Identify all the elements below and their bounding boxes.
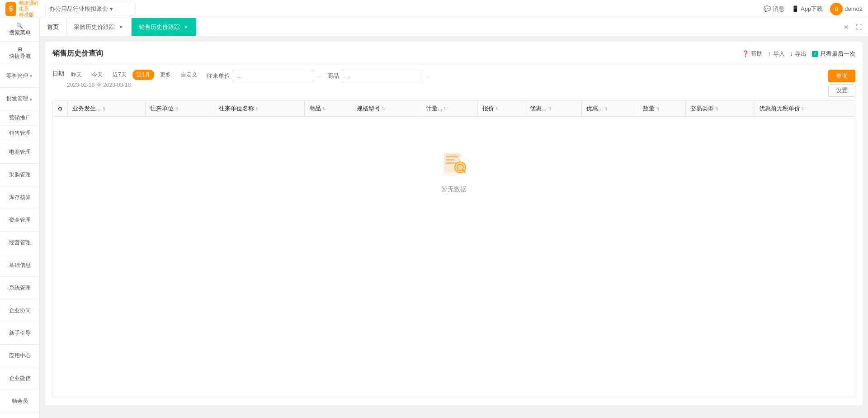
th-trade-type: 交易类型 ⇅ [685, 101, 754, 117]
tab-sales-history[interactable]: 销售历史价跟踪 ✕ [132, 18, 197, 36]
query-button[interactable]: 查询 [828, 70, 855, 82]
export-button[interactable]: ↓ 导出 [790, 50, 807, 58]
svg-rect-2 [446, 156, 458, 157]
help-button[interactable]: ❓ 帮助 [742, 50, 763, 58]
sidebar-item-retail[interactable]: 零售管理 ▼ [0, 65, 39, 88]
tab-bar: 首页 采购历史价跟踪 ✕ 销售历史价跟踪 ✕ ✕ ⛶ [40, 18, 868, 36]
date-btn-more[interactable]: 更多 [156, 70, 175, 80]
chevron-down-icon: ▼ [29, 74, 33, 79]
sidebar-item-inventory[interactable]: 库存核算 [0, 186, 39, 209]
company-dropdown[interactable]: 办公用品行业模拟账套 ▾ [45, 3, 136, 15]
sidebar-item-search[interactable]: 🔍 搜索菜单 [0, 18, 39, 42]
date-buttons: 昨天 今天 近7天 近1月 更多 自定义 [67, 70, 201, 80]
sidebar-item-appstore[interactable]: 应用中心 [0, 345, 39, 367]
goods-label: 商品 [327, 72, 339, 80]
goods-filter-group: 商品 ··· [327, 70, 431, 82]
partner-more-icon[interactable]: ··· [317, 73, 322, 80]
chevron-down-icon: ▾ [110, 5, 113, 12]
page-header-actions: ❓ 帮助 ↑ 导入 ↓ 导出 ✓ 只看最后一次 [742, 50, 855, 58]
sort-icon-partner-name[interactable]: ⇅ [255, 106, 259, 111]
sort-icon-biz-date[interactable]: ⇅ [102, 106, 106, 111]
tab-maximize-button[interactable]: ⛶ [854, 22, 864, 33]
import-button[interactable]: ↑ 导入 [768, 50, 785, 58]
date-btn-yesterday[interactable]: 昨天 [67, 70, 86, 80]
tab-close-sales[interactable]: ✕ [183, 24, 189, 30]
header-right: 💬 消息 📱 App下载 d demo2 [764, 3, 863, 15]
sidebar: 🔍 搜索菜单 ⊞ 快捷导航 零售管理 ▼ 批发管理 ▲ 营销推广 销售管理 电商… [0, 18, 40, 418]
tab-purchase-history[interactable]: 采购历史价跟踪 ✕ [66, 18, 132, 36]
th-unit: 计量... ⇅ [421, 101, 477, 117]
sort-icon-trade-type[interactable]: ⇅ [715, 106, 719, 111]
svg-rect-3 [446, 159, 455, 161]
settings-button[interactable]: 设置 [828, 84, 855, 97]
th-discount-rate: 优惠... ⇅ [525, 101, 581, 117]
sidebar-item-wechat[interactable]: 企业微信 [0, 367, 39, 390]
th-goods: 商品 ⇅ [305, 101, 352, 117]
message-icon: 💬 [764, 5, 771, 12]
sidebar-item-enterprise[interactable]: 企业协同 [0, 299, 39, 322]
partner-input[interactable] [233, 70, 314, 82]
sort-icon-pretax-price[interactable]: ⇅ [802, 106, 805, 111]
sort-icon-partner-code[interactable]: ⇅ [175, 106, 179, 111]
goods-input[interactable] [342, 70, 423, 82]
sidebar-item-purchase[interactable]: 采购管理 [0, 164, 39, 186]
th-discount-amt: 优惠... ⇅ [581, 101, 638, 117]
sort-icon-discount-amt[interactable]: ⇅ [604, 106, 608, 111]
main-layout: 🔍 搜索菜单 ⊞ 快捷导航 零售管理 ▼ 批发管理 ▲ 营销推广 销售管理 电商… [0, 18, 868, 418]
sidebar-item-finance[interactable]: 资金管理 [0, 209, 39, 232]
goods-more-icon[interactable]: ··· [426, 73, 431, 80]
date-btn-custom[interactable]: 自定义 [177, 70, 201, 80]
partner-filter-group: 往来单位 ··· [207, 70, 322, 82]
date-btn-7days[interactable]: 近7天 [108, 70, 131, 80]
sidebar-item-guide[interactable]: 新手引导 [0, 322, 39, 345]
th-partner-name: 往来单位名称 ⇅ [214, 101, 305, 117]
sidebar-item-shortcut[interactable]: ⊞ 快捷导航 [0, 42, 39, 65]
tab-close-purchase[interactable]: ✕ [118, 24, 124, 30]
tab-home[interactable]: 首页 [40, 18, 66, 36]
sidebar-item-member[interactable]: 畅会员 [0, 390, 39, 413]
logo-icon: 6 [5, 2, 16, 16]
sidebar-item-ecommerce[interactable]: 电商管理 [0, 141, 39, 164]
date-label: 日期 [52, 70, 64, 78]
th-partner-code: 往来单位 ⇅ [146, 101, 214, 117]
sort-icon-quantity[interactable]: ⇅ [656, 106, 660, 111]
sort-icon-goods[interactable]: ⇅ [322, 106, 326, 111]
avatar: d [830, 3, 843, 15]
only-last-checkbox-label[interactable]: ✓ 只看最后一次 [812, 50, 855, 58]
content-area: 首页 采购历史价跟踪 ✕ 销售历史价跟踪 ✕ ✕ ⛶ 销售历史价查询 [40, 18, 868, 418]
app-download-btn[interactable]: 📱 App下载 [792, 5, 823, 13]
th-quoted-price: 报价 ⇅ [477, 101, 525, 117]
filter-bar: 日期 昨天 今天 近7天 近1月 更多 自定义 202 [52, 70, 855, 97]
sidebar-item-marketing[interactable]: 营销推广 [0, 110, 39, 126]
column-settings-icon[interactable]: ⚙ [57, 105, 63, 112]
th-quantity: 数量 ⇅ [638, 101, 685, 117]
tab-actions: ✕ ⛶ [837, 18, 868, 36]
import-icon: ↑ [768, 50, 771, 57]
empty-state: 暂无数据 [53, 117, 855, 221]
svg-rect-4 [446, 162, 457, 164]
logo-area: 6 畅捷通好生意 标准版 [5, 0, 42, 18]
export-icon: ↓ [790, 50, 793, 57]
date-btn-1month[interactable]: 近1月 [132, 70, 155, 80]
sort-icon-discount-rate[interactable]: ⇅ [548, 106, 552, 111]
sidebar-item-system[interactable]: 系统管理 [0, 277, 39, 299]
sort-icon-spec[interactable]: ⇅ [382, 106, 385, 111]
chevron-up-icon: ▲ [29, 96, 33, 101]
sidebar-item-wholesale[interactable]: 批发管理 ▲ [0, 88, 39, 110]
sidebar-item-operation[interactable]: 经营管理 [0, 232, 39, 254]
logo-text: 畅捷通好生意 标准版 [19, 0, 42, 18]
download-icon: 📱 [792, 5, 799, 12]
help-icon: ❓ [742, 50, 749, 57]
sidebar-item-basic[interactable]: 基础信息 [0, 254, 39, 277]
sort-icon-unit[interactable]: ⇅ [443, 106, 447, 111]
page-title: 销售历史价查询 [52, 49, 103, 58]
data-table: ⚙ 业务发生... ⇅ 往来单 [53, 101, 855, 117]
date-btn-today[interactable]: 今天 [88, 70, 107, 80]
tab-close-all-button[interactable]: ✕ [841, 22, 852, 33]
empty-state-icon [436, 144, 472, 180]
page-card: 销售历史价查询 ❓ 帮助 ↑ 导入 ↓ 导出 [45, 42, 863, 405]
sidebar-item-sales[interactable]: 销售管理 [0, 126, 39, 141]
message-btn[interactable]: 💬 消息 [764, 5, 784, 13]
sort-icon-quoted-price[interactable]: ⇅ [495, 106, 499, 111]
user-avatar[interactable]: d demo2 [830, 3, 863, 15]
